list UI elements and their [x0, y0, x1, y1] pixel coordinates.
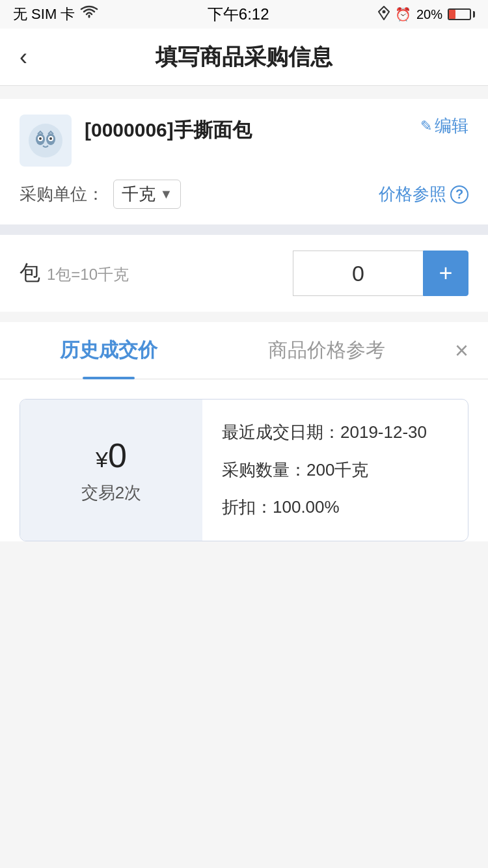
edit-icon: ✎ [420, 118, 432, 135]
recent-date: 最近成交日期：2019-12-30 [222, 419, 448, 446]
edit-button[interactable]: ✎ 编辑 [420, 115, 468, 137]
sim-signal: 无 SIM 卡 [13, 5, 75, 24]
svg-point-6 [39, 137, 42, 140]
tab-history-price[interactable]: 历史成交价 [0, 322, 217, 379]
tab-product-price-ref-label: 商品价格参考 [268, 337, 385, 364]
quantity-conversion: 1包=10千克 [47, 264, 129, 285]
product-card: [0000006]手撕面包 ✎ 编辑 采购单位： 千克 ▼ 价格参照 ? [0, 99, 488, 224]
product-header: [0000006]手撕面包 ✎ 编辑 [20, 115, 468, 167]
quantity-unit: 包 [20, 259, 40, 288]
unit-dropdown[interactable]: 千克 ▼ [113, 180, 181, 209]
unit-selector-group: 采购单位： 千克 ▼ [20, 180, 181, 209]
svg-point-7 [49, 137, 52, 140]
battery-indicator [448, 8, 475, 20]
history-card: ¥0 交易2次 最近成交日期：2019-12-30 采购数量：200千克 折扣：… [20, 399, 468, 541]
currency-symbol: ¥ [96, 447, 108, 472]
wifi-icon [80, 5, 98, 23]
section-divider [0, 224, 488, 235]
product-name: [0000006]手撕面包 [85, 115, 252, 144]
history-price-side: ¥0 交易2次 [20, 400, 202, 541]
unit-label: 采购单位： [20, 184, 104, 204]
quantity-input-group: + [293, 251, 468, 296]
tabs-header: 历史成交价 商品价格参考 × [0, 322, 488, 379]
product-unit-row: 采购单位： 千克 ▼ 价格参照 ? [20, 180, 468, 209]
quantity-input[interactable] [293, 251, 423, 296]
page-title: 填写商品采购信息 [156, 42, 332, 72]
back-button[interactable]: ‹ [13, 37, 34, 77]
location-icon [378, 6, 390, 23]
trade-count: 交易2次 [81, 481, 141, 504]
quantity-plus-button[interactable]: + [423, 251, 468, 296]
discount: 折扣：100.00% [222, 494, 448, 521]
product-thumbnail [20, 115, 72, 167]
history-price-amount: ¥0 [96, 436, 127, 475]
svg-point-0 [382, 10, 385, 13]
unit-value: 千克 [122, 183, 156, 206]
history-detail-side: 最近成交日期：2019-12-30 采购数量：200千克 折扣：100.00% [202, 400, 468, 541]
status-time: 下午6:12 [208, 4, 269, 25]
status-left: 无 SIM 卡 [13, 5, 98, 24]
tab-active-indicator [83, 377, 135, 379]
purchase-quantity: 采购数量：200千克 [222, 457, 448, 484]
svg-point-1 [29, 124, 62, 157]
close-panel-button[interactable]: × [435, 322, 488, 379]
tabs-panel: 历史成交价 商品价格参考 × ¥0 交易2次 最近成交日期：2019-12-30… [0, 322, 488, 541]
help-icon: ? [450, 185, 468, 204]
dropdown-arrow-icon: ▼ [159, 187, 172, 202]
price-reference-link[interactable]: 价格参照 ? [379, 183, 468, 206]
nav-bar: ‹ 填写商品采购信息 [0, 29, 488, 86]
quantity-label-group: 包 1包=10千克 [20, 259, 129, 288]
status-bar: 无 SIM 卡 下午6:12 ⏰ 20% [0, 0, 488, 29]
battery-percent: 20% [416, 7, 442, 22]
alarm-icon: ⏰ [395, 7, 411, 22]
product-left: [0000006]手撕面包 [20, 115, 252, 167]
tab-history-price-label: 历史成交价 [60, 337, 157, 364]
tab-product-price-ref[interactable]: 商品价格参考 [217, 322, 435, 379]
quantity-row: 包 1包=10千克 + [0, 235, 488, 312]
status-right: ⏰ 20% [378, 6, 475, 23]
